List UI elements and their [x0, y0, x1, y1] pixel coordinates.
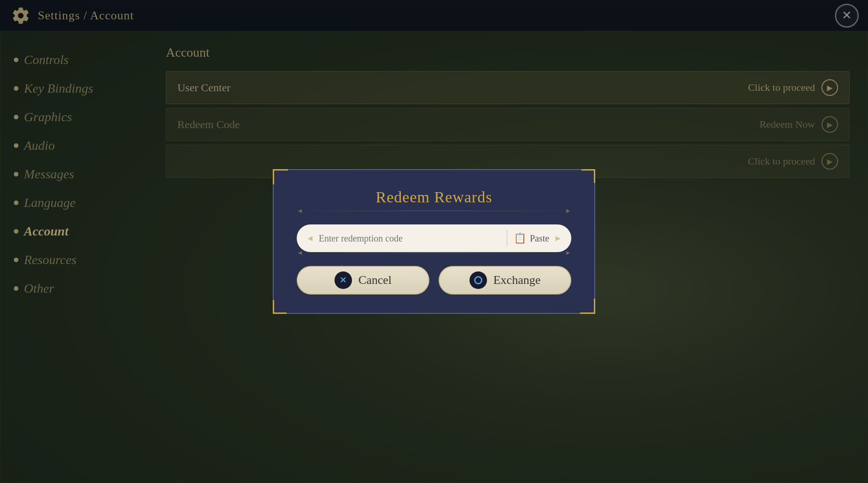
- redeem-rewards-modal: Redeem Rewards ◄ ► ◄ 📋 Paste ► ◄ ►: [273, 169, 595, 314]
- modal-divider-top: ◄ ►: [287, 211, 581, 211]
- modal-title: Redeem Rewards: [297, 188, 571, 206]
- divider-bottom-right-icon: ►: [565, 249, 571, 257]
- paste-button[interactable]: 📋 Paste: [514, 232, 549, 244]
- modal-divider-bottom: ◄ ►: [287, 253, 581, 253]
- modal-buttons: ✕ Cancel Exchange: [297, 266, 571, 295]
- input-divider: [507, 230, 507, 247]
- modal-backdrop: Redeem Rewards ◄ ► ◄ 📋 Paste ► ◄ ►: [0, 0, 868, 483]
- exchange-button[interactable]: Exchange: [439, 266, 571, 295]
- cancel-icon-circle: ✕: [334, 271, 352, 289]
- divider-right-arrow-icon: ►: [565, 207, 571, 215]
- exchange-label: Exchange: [493, 273, 541, 287]
- input-right-arrow-icon: ►: [554, 234, 562, 243]
- exchange-icon-circle: [469, 271, 487, 289]
- cancel-label: Cancel: [358, 273, 392, 287]
- corner-decoration-bl: [273, 300, 287, 314]
- circle-icon: [474, 276, 482, 284]
- redemption-code-input-wrapper: ◄ 📋 Paste ►: [297, 224, 571, 252]
- input-left-arrow-icon: ◄: [306, 234, 314, 243]
- divider-bottom-left-icon: ◄: [297, 249, 303, 257]
- corner-decoration-tr: [581, 169, 595, 183]
- clipboard-icon: 📋: [514, 232, 526, 244]
- cancel-button[interactable]: ✕ Cancel: [297, 266, 429, 295]
- paste-label: Paste: [530, 233, 549, 244]
- redemption-code-input[interactable]: [319, 233, 500, 244]
- divider-left-arrow-icon: ◄: [297, 207, 303, 215]
- x-icon: ✕: [340, 275, 346, 285]
